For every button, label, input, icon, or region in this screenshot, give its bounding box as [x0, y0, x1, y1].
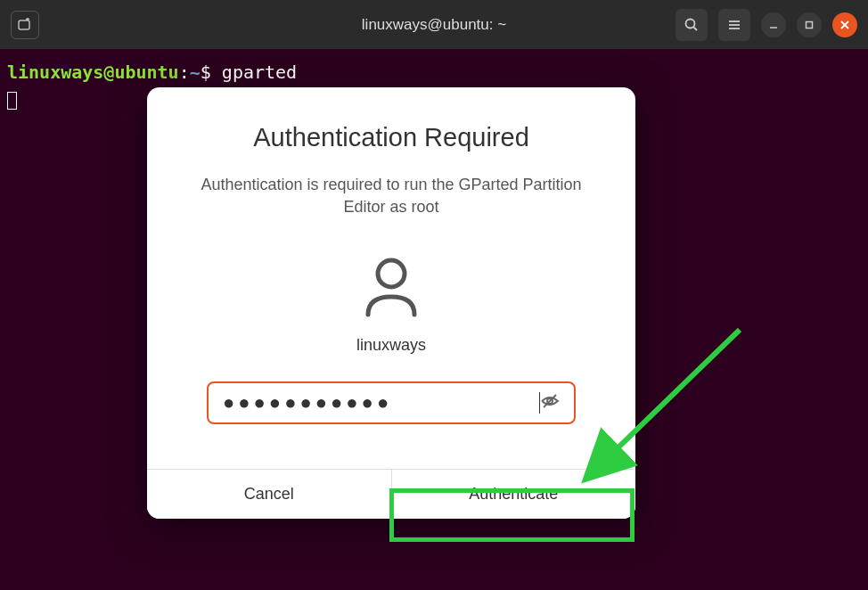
maximize-icon — [804, 20, 815, 30]
prompt-colon: : — [179, 61, 190, 83]
dialog-title: Authentication Required — [147, 123, 635, 152]
password-input[interactable]: ●●●●●●●●●●● — [207, 381, 576, 424]
new-tab-icon — [17, 17, 33, 33]
window-title: linuxways@ubuntu: ~ — [362, 16, 506, 34]
prompt-user: linuxways@ubuntu — [7, 61, 179, 83]
menu-button[interactable] — [718, 9, 750, 41]
svg-rect-9 — [807, 21, 813, 28]
close-button[interactable] — [832, 12, 857, 37]
dialog-subtitle: Authentication is required to run the GP… — [147, 174, 635, 218]
prompt-path: ~ — [190, 61, 201, 83]
password-value: ●●●●●●●●●●● — [223, 391, 541, 414]
cancel-button[interactable]: Cancel — [147, 470, 392, 519]
close-icon — [839, 20, 850, 30]
hamburger-icon — [726, 17, 742, 33]
eye-slash-icon — [540, 391, 560, 411]
svg-rect-0 — [19, 20, 29, 29]
user-icon — [359, 254, 423, 322]
search-button[interactable] — [676, 9, 708, 41]
terminal-cursor — [7, 92, 17, 110]
svg-line-4 — [694, 27, 698, 30]
search-icon — [684, 17, 700, 33]
minimize-button[interactable] — [761, 12, 786, 37]
terminal-line: linuxways@ubuntu:~$ gparted — [7, 60, 861, 85]
authentication-dialog: Authentication Required Authentication i… — [147, 87, 635, 519]
new-tab-button[interactable] — [11, 11, 39, 39]
username-label: linuxways — [356, 336, 426, 355]
maximize-button[interactable] — [797, 12, 822, 37]
terminal-titlebar: linuxways@ubuntu: ~ — [0, 0, 868, 49]
toggle-password-visibility[interactable] — [540, 391, 560, 414]
svg-point-12 — [378, 260, 405, 287]
authenticate-button[interactable]: Authenticate — [392, 470, 636, 519]
user-avatar-section: linuxways — [147, 254, 635, 355]
terminal-command: gparted — [222, 61, 297, 83]
prompt-dollar: $ — [201, 61, 222, 83]
dialog-button-row: Cancel Authenticate — [147, 469, 635, 519]
minimize-icon — [768, 20, 779, 30]
svg-point-3 — [686, 19, 695, 28]
